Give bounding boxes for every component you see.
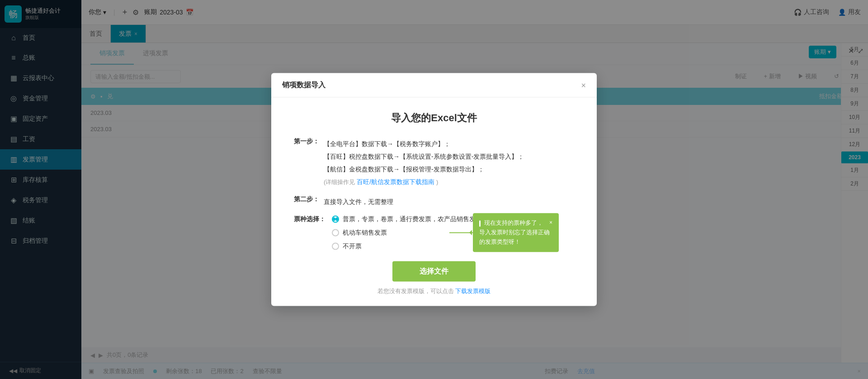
step1-content: 【全电平台】数据下载→【税务数字账户】； 【百旺】税控盘数据下载→【系统设置-系…: [324, 137, 524, 188]
step1-note-end: ): [436, 179, 438, 185]
radio-none[interactable]: 不开票: [332, 242, 482, 251]
radio-car-circle: [332, 229, 339, 237]
modal-main-title: 导入您的Excel文件: [294, 111, 574, 125]
tooltip-bar: [479, 220, 481, 227]
step1-guide-link[interactable]: 百旺/航信发票数据下载指南: [357, 178, 434, 185]
radio-none-label: 不开票: [343, 242, 362, 251]
step1-line3: 【航信】金税盘数据下载→【报税管理-发票数据导出】；: [324, 163, 524, 175]
ticket-select-label: 票种选择：: [294, 215, 326, 223]
radio-group: 普票，专票，卷票，通行费发票，农产品销售发票 机动车销售发票 ×: [332, 215, 482, 251]
step2-row: 第二步： 直接导入文件，无需整理: [294, 195, 574, 208]
tooltip-box: × 现在支持的票种多了，导入发票时别忘了选择正确的发票类型呀！: [473, 213, 559, 252]
download-template-link[interactable]: 下载发票模版: [455, 288, 491, 294]
radio-none-circle: [332, 243, 339, 250]
ticket-select-section: 票种选择： 普票，专票，卷票，通行费发票，农产品销售发票 机动车销售发票: [294, 215, 574, 251]
radio-normal[interactable]: 普票，专票，卷票，通行费发票，农产品销售发票: [332, 215, 482, 223]
radio-car[interactable]: 机动车销售发票 × 现在支持的票种多了，导入发票时别忘了选择正确的发票类型呀！: [332, 229, 482, 237]
modal-footer-note: 若您没有发票模版，可以点击 下载发票模版: [294, 287, 574, 295]
footer-note-text: 若您没有发票模版，可以点击: [377, 288, 454, 294]
step2-content: 直接导入文件，无需整理: [324, 195, 393, 208]
step1-line1: 【全电平台】数据下载→【税务数字账户】；: [324, 137, 524, 150]
modal-body: 导入您的Excel文件 第一步： 【全电平台】数据下载→【税务数字账户】； 【百…: [271, 98, 597, 306]
step1-note-text: (详细操作见: [324, 179, 355, 185]
radio-normal-circle: [332, 216, 339, 223]
step1-row: 第一步： 【全电平台】数据下载→【税务数字账户】； 【百旺】税控盘数据下载→【系…: [294, 137, 574, 188]
tooltip-close-btn[interactable]: ×: [549, 218, 552, 227]
step1-line2: 【百旺】税控盘数据下载→【系统设置-系统参数设置-发票批量导入】；: [324, 150, 524, 163]
radio-normal-label: 普票，专票，卷票，通行费发票，农产品销售发票: [343, 215, 482, 223]
modal-title: 销项数据导入: [282, 81, 326, 90]
select-file-btn[interactable]: 选择文件: [392, 261, 476, 282]
step1-label: 第一步：: [294, 137, 319, 188]
content-area: 销项发票 进项发票 制证 + 新增 ▶ 视频 ↺ 刷新 ⚙ ▪ 兑: [81, 43, 868, 379]
tooltip-text: 现在支持的票种多了，导入发票时别忘了选择正确的发票类型呀！: [479, 219, 550, 245]
import-modal: 销项数据导入 × 导入您的Excel文件 第一步： 【全电平台】数据下载→【税务…: [271, 73, 597, 306]
step2-label: 第二步：: [294, 195, 319, 208]
radio-car-label: 机动车销售发票: [343, 229, 387, 237]
main-content: 你您 ▾ | + ⚙ 账期 2023-03 📅 🎧 人工咨询 👤 用友: [81, 0, 868, 379]
step1-note: (详细操作见 百旺/航信发票数据下载指南 ): [324, 175, 524, 188]
modal-close-btn[interactable]: ×: [581, 81, 586, 89]
modal-header: 销项数据导入 ×: [271, 73, 597, 98]
